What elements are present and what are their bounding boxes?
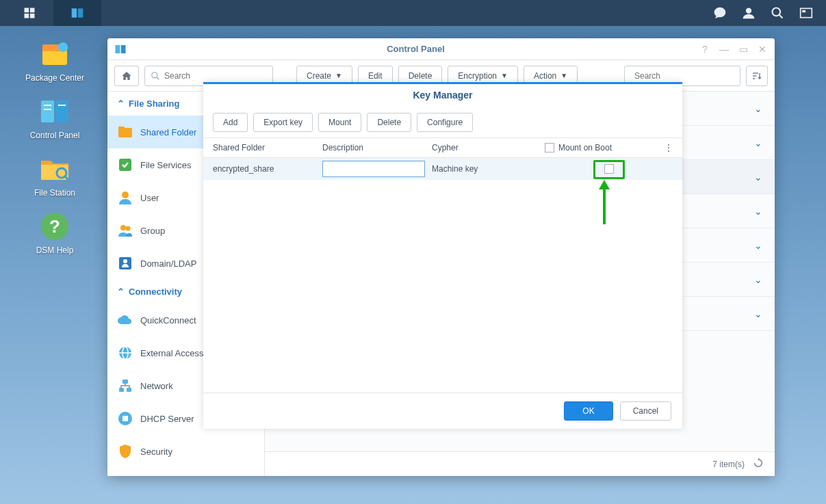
folder-icon — [117, 124, 133, 140]
ok-button[interactable]: OK — [564, 401, 612, 421]
column-menu-button[interactable]: ⋮ — [664, 143, 673, 152]
cancel-button[interactable]: Cancel — [620, 401, 671, 421]
sidebar-item-label: Shared Folder — [140, 127, 196, 137]
export-key-button[interactable]: Export key — [253, 113, 313, 132]
window-title: Control Panel — [132, 44, 699, 54]
taskbar-user[interactable] — [734, 0, 763, 26]
toolbar-search-input[interactable] — [164, 71, 267, 81]
svg-rect-17 — [44, 109, 51, 110]
cell-cypher: Machine key — [432, 164, 545, 174]
description-input[interactable] — [322, 161, 425, 177]
toolbar-sort-button[interactable] — [746, 66, 768, 86]
control-panel-icon — [38, 95, 71, 128]
modal-toolbar: Add Export key Mount Delete Configure — [203, 107, 682, 137]
home-icon — [121, 70, 132, 81]
desktop-icon-file-station[interactable]: File Station — [21, 152, 89, 198]
cell-description — [322, 161, 432, 177]
cell-folder: encrypted_share — [213, 164, 322, 174]
domain-icon — [117, 255, 133, 271]
chevron-up-icon: ⌃ — [117, 287, 125, 297]
window-help-button[interactable]: ? — [699, 44, 710, 55]
window-close-button[interactable]: ✕ — [757, 44, 768, 55]
svg-point-6 — [746, 8, 751, 14]
table-row[interactable]: encrypted_share Machine key — [203, 158, 682, 180]
svg-point-13 — [58, 42, 68, 52]
configure-button[interactable]: Configure — [417, 113, 473, 132]
sidebar-item-label: External Access — [140, 348, 204, 358]
taskbar-notifications[interactable] — [706, 0, 734, 26]
cloud-icon — [117, 312, 133, 328]
sidebar-item-label: Group — [140, 226, 165, 236]
svg-rect-43 — [119, 388, 124, 392]
column-mount-on-boot[interactable]: Mount on Boot — [545, 143, 664, 152]
file-services-icon — [117, 157, 133, 173]
mount-button[interactable]: Mount — [318, 113, 361, 132]
taskbar-apps-button[interactable] — [5, 0, 53, 26]
sidebar-item-security[interactable]: Security — [107, 435, 264, 468]
item-count: 7 item(s) — [712, 460, 745, 469]
window-maximize-button[interactable]: ▭ — [738, 44, 749, 55]
help-icon: ? — [38, 210, 71, 243]
shield-icon — [117, 443, 133, 460]
add-button[interactable]: Add — [213, 113, 248, 132]
sidebar-item-label: User — [140, 193, 159, 203]
svg-point-7 — [773, 8, 781, 16]
svg-rect-25 — [121, 45, 126, 53]
sidebar-item-label: Network — [140, 381, 173, 391]
file-station-icon — [38, 152, 71, 185]
dhcp-icon — [117, 410, 133, 427]
control-panel-icon — [70, 6, 84, 20]
desktop-icon-package-center[interactable]: Package Center — [21, 38, 89, 83]
desktop-icon-control-panel[interactable]: Control Panel — [21, 95, 89, 140]
svg-rect-24 — [116, 45, 120, 53]
toolbar-filter-input[interactable] — [634, 71, 737, 81]
package-center-icon — [38, 38, 71, 70]
svg-point-35 — [120, 225, 126, 230]
toolbar-home-button[interactable] — [114, 66, 139, 86]
svg-rect-29 — [753, 75, 756, 76]
select-all-checkbox[interactable] — [545, 143, 554, 152]
taskbar-search[interactable] — [763, 0, 792, 26]
table-header: Shared Folder Description Cypher Mount o… — [203, 137, 682, 158]
chevron-down-icon: ▼ — [335, 72, 342, 79]
svg-line-8 — [779, 15, 783, 18]
mount-on-boot-checkbox[interactable] — [604, 164, 614, 174]
column-cypher[interactable]: Cypher — [432, 143, 545, 152]
svg-rect-31 — [118, 128, 132, 137]
delete-key-button[interactable]: Delete — [367, 113, 411, 132]
window-minimize-button[interactable]: — — [719, 44, 730, 55]
key-manager-modal: Key Manager Add Export key Mount Delete … — [203, 82, 682, 429]
sort-icon — [751, 70, 762, 81]
svg-rect-14 — [41, 101, 54, 122]
modal-footer: OK Cancel — [203, 393, 682, 429]
svg-rect-5 — [78, 8, 83, 17]
svg-rect-16 — [44, 105, 51, 106]
desktop-icon-label: Package Center — [25, 73, 84, 83]
chevron-down-icon: ▼ — [501, 72, 508, 79]
chevron-down-icon: ⌄ — [754, 172, 762, 183]
svg-point-38 — [123, 259, 127, 263]
column-shared-folder[interactable]: Shared Folder — [213, 143, 322, 152]
footer-bar: 7 item(s) — [265, 451, 775, 476]
column-description[interactable]: Description — [322, 143, 432, 152]
chevron-up-icon: ⌃ — [117, 98, 125, 109]
taskbar-widgets[interactable] — [792, 0, 821, 26]
desktop-icon-dsm-help[interactable]: ? DSM Help — [21, 210, 89, 255]
globe-icon — [117, 345, 133, 361]
svg-rect-9 — [801, 8, 812, 17]
svg-rect-30 — [753, 78, 755, 79]
taskbar-control-panel-button[interactable] — [53, 0, 101, 26]
control-panel-icon — [114, 43, 127, 55]
user-icon — [117, 189, 133, 206]
refresh-button[interactable] — [753, 457, 764, 470]
search-icon — [151, 71, 160, 81]
chevron-down-icon: ⌄ — [754, 206, 762, 217]
svg-point-36 — [126, 226, 131, 231]
widgets-icon — [799, 6, 813, 20]
search-icon — [771, 6, 784, 20]
svg-rect-2 — [25, 14, 29, 18]
svg-point-34 — [122, 191, 129, 198]
svg-rect-44 — [127, 388, 131, 392]
modal-title: Key Manager — [203, 84, 682, 107]
apps-icon — [23, 6, 36, 20]
